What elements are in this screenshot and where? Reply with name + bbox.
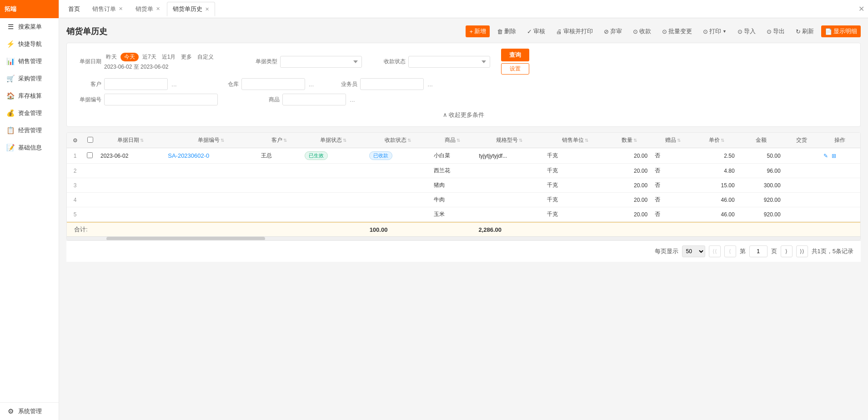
batch-change-button[interactable]: ⊙ 批量变更 (658, 25, 696, 37)
audit-print-button[interactable]: 🖨 审核并打印 (552, 25, 597, 37)
sidebar-item-sys-mgmt[interactable]: ⚙ 系统管理 (0, 403, 59, 420)
cell-checkbox[interactable] (83, 207, 97, 222)
cell-price: 4.80 (695, 164, 738, 178)
collect-status-select[interactable] (408, 56, 490, 68)
filter-row-3: 单据编号 商品 ... (74, 94, 853, 105)
op-编辑[interactable]: ✎ (823, 153, 828, 159)
doc-type-select[interactable] (280, 56, 362, 68)
tab-close-sales-delivery[interactable]: ✕ (156, 6, 160, 12)
query-button[interactable]: 查询 (501, 49, 529, 61)
cell-gift: 否 (651, 178, 695, 193)
salesperson-input[interactable] (360, 78, 424, 90)
delete-button[interactable]: 🗑 删除 (493, 25, 520, 37)
tab-sales-history[interactable]: 销货单历史 ✕ (167, 2, 215, 16)
cell-checkbox[interactable] (83, 164, 97, 178)
cell-amount: 96.00 (738, 164, 784, 178)
audit-button[interactable]: ✓ 审核 (523, 25, 549, 37)
op-删除[interactable]: ⊞ (832, 153, 836, 159)
filter-settings-button[interactable]: 设置 (501, 63, 529, 75)
cell-checkbox[interactable] (83, 178, 97, 193)
sidebar-item-operations[interactable]: 📋 经营管理 (0, 122, 59, 139)
sidebar-item-basic-info[interactable]: 📝 基础信息 (0, 139, 59, 156)
date-tab-more[interactable]: 更多 (179, 53, 194, 61)
sidebar-logo: 拓端 (0, 0, 59, 18)
salesperson-ellipsis[interactable]: ... (427, 80, 433, 88)
collapse-row[interactable]: ∧ 收起更多条件 (74, 109, 853, 121)
th-gift: 赠品⇅ (651, 133, 695, 148)
page-header: 销货单历史 + 新增 🗑 删除 ✓ 审核 🖨 审核并打印 (66, 25, 861, 37)
sort-icon-price[interactable]: ⇅ (721, 138, 724, 143)
refresh-button[interactable]: ↻ 刷新 (792, 25, 818, 37)
sort-icon-customer[interactable]: ⇅ (283, 138, 287, 143)
date-tab-1month[interactable]: 近1月 (160, 53, 178, 61)
cell-ops: ✎ ⊞ (819, 148, 860, 164)
customer-input[interactable] (104, 78, 168, 90)
goods-input[interactable] (282, 94, 346, 105)
row-checkbox[interactable] (87, 152, 93, 158)
tab-close-sales-history[interactable]: ✕ (205, 6, 209, 12)
sidebar-item-purchase-mgmt[interactable]: 🛒 采购管理 (0, 70, 59, 87)
cell-checkbox[interactable] (83, 148, 97, 164)
doc-no-input[interactable] (104, 94, 218, 105)
th-qty: 数量⇅ (607, 133, 651, 148)
cell-price: 46.00 (695, 207, 738, 222)
tab-sales-order[interactable]: 销售订单 ✕ (86, 2, 129, 16)
warehouse-input[interactable] (241, 78, 305, 90)
new-button[interactable]: + 新增 (466, 25, 490, 37)
first-page-btn[interactable]: ⟨⟨ (709, 245, 721, 257)
table-body: 1 2023-06-02 SA-20230602-0 王总 已生效 已收款 小白… (67, 148, 860, 222)
tab-sales-delivery[interactable]: 销货单 ✕ (130, 2, 166, 16)
date-label: 单据日期 (74, 58, 101, 65)
tab-home[interactable]: 首页 (63, 2, 85, 16)
sort-icon-date[interactable]: ⇅ (140, 138, 144, 143)
cell-qty: 20.00 (607, 193, 651, 207)
date-tab-7days[interactable]: 近7天 (140, 53, 158, 61)
select-all-checkbox[interactable] (87, 137, 93, 143)
date-filter: 昨天 今天 近7天 近1月 更多 自定义 2023-06-02 至 2023-0… (104, 53, 216, 71)
cell-delivery (784, 193, 819, 207)
prev-page-btn[interactable]: ⟨ (724, 245, 736, 257)
sort-icon-docstatus[interactable]: ⇅ (343, 138, 346, 143)
export-button[interactable]: ⊙ 导出 (763, 25, 788, 37)
sidebar-item-sales-mgmt[interactable]: 📊 销售管理 (0, 53, 59, 70)
print-button[interactable]: ⊙ 打印 ▼ (699, 25, 730, 37)
date-tab-yesterday[interactable]: 昨天 (104, 53, 119, 61)
goods-ellipsis[interactable]: ... (350, 96, 355, 103)
doc-no-link[interactable]: SA-20230602-0 (168, 152, 209, 159)
delete-icon: 🗑 (497, 28, 503, 35)
tab-close-sales-order[interactable]: ✕ (119, 6, 123, 12)
sort-icon-gift[interactable]: ⇅ (677, 138, 681, 143)
last-page-btn[interactable]: ⟩⟩ (796, 245, 808, 257)
customer-ellipsis[interactable]: ... (171, 80, 177, 88)
doc-no-label: 单据编号 (74, 96, 101, 104)
sort-icon-docno[interactable]: ⇅ (221, 138, 224, 143)
date-tab-custom[interactable]: 自定义 (196, 53, 216, 61)
collect-button[interactable]: ⊙ 收款 (629, 25, 655, 37)
next-page-btn[interactable]: ⟩ (781, 245, 793, 257)
sort-icon-collectstatus[interactable]: ⇅ (407, 138, 411, 143)
abandon-button[interactable]: ⊘ 弃审 (600, 25, 626, 37)
sidebar-item-inventory[interactable]: 🏠 库存核算 (0, 87, 59, 105)
warehouse-ellipsis[interactable]: ... (309, 80, 314, 88)
per-page-select[interactable]: 50 100 (682, 245, 705, 257)
sidebar-item-quick-nav[interactable]: ⚡ 快捷导航 (0, 35, 59, 53)
sort-icon-unit[interactable]: ⇅ (585, 138, 588, 143)
cell-gift: 否 (651, 148, 695, 164)
show-detail-button[interactable]: 📄 显示明细 (821, 25, 861, 37)
th-doc-status: 单据状态⇅ (301, 133, 366, 148)
sidebar-item-search-menu[interactable]: ☰ 搜索菜单 (0, 18, 59, 35)
date-tab-today[interactable]: 今天 (120, 53, 139, 61)
gear-header[interactable]: ⚙ (67, 133, 83, 148)
sort-icon-spec[interactable]: ⇅ (519, 138, 522, 143)
import-button[interactable]: ⊙ 导入 (734, 25, 759, 37)
salesperson-label: 业务员 (330, 80, 357, 88)
sort-icon-goods[interactable]: ⇅ (457, 138, 460, 143)
cell-customer (257, 178, 301, 193)
sidebar-item-finance[interactable]: 💰 资金管理 (0, 105, 59, 122)
cell-goods: 小白菜 (430, 148, 476, 164)
sort-icon-qty[interactable]: ⇅ (633, 138, 637, 143)
checkbox-header[interactable] (83, 133, 97, 148)
page-input[interactable] (749, 245, 768, 257)
window-close-btn[interactable]: ✕ (858, 5, 864, 13)
cell-checkbox[interactable] (83, 193, 97, 207)
